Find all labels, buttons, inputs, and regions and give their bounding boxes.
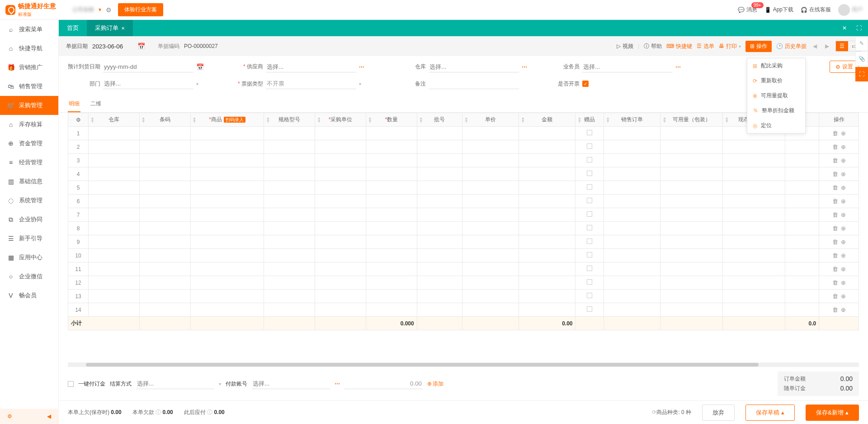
- cell[interactable]: [462, 167, 519, 181]
- table-row[interactable]: 9🗑⊕: [68, 235, 859, 249]
- cell[interactable]: [462, 140, 519, 154]
- cell[interactable]: [417, 290, 462, 303]
- add-row-icon[interactable]: ⊕: [840, 198, 847, 205]
- add-row-icon[interactable]: ⊕: [840, 184, 847, 191]
- table-row[interactable]: 6🗑⊕: [68, 195, 859, 208]
- delete-icon[interactable]: 🗑: [831, 238, 840, 245]
- invoice-type-input[interactable]: [266, 78, 356, 89]
- cell[interactable]: [190, 167, 264, 181]
- cell[interactable]: [417, 195, 462, 208]
- cell[interactable]: [366, 181, 417, 195]
- checkbox[interactable]: [587, 171, 592, 176]
- op-menu-item[interactable]: ％整单折扣金额: [747, 103, 805, 118]
- company-selector[interactable]: 公司名称: [69, 4, 98, 15]
- table-row[interactable]: 8🗑⊕: [68, 222, 859, 235]
- op-menu-item[interactable]: ◎定位: [747, 118, 805, 133]
- shortcut-link[interactable]: ⌨快捷键: [666, 43, 692, 50]
- rail-expand-icon[interactable]: ⛶: [855, 67, 868, 81]
- gift-cell[interactable]: [576, 208, 604, 222]
- sidebar-item[interactable]: ≡经营管理: [0, 153, 58, 172]
- cell[interactable]: [89, 195, 140, 208]
- calendar-icon[interactable]: 📅: [196, 63, 204, 71]
- cell[interactable]: [660, 181, 723, 195]
- oneclick-checkbox[interactable]: [68, 381, 74, 387]
- cell[interactable]: [264, 290, 315, 303]
- cell[interactable]: [723, 154, 785, 167]
- cell[interactable]: [89, 208, 140, 222]
- cell[interactable]: [315, 262, 366, 276]
- refresh-icon[interactable]: ⟳: [652, 409, 656, 415]
- cell[interactable]: [366, 140, 417, 154]
- cell[interactable]: [519, 208, 576, 222]
- cell[interactable]: [366, 195, 417, 208]
- cell[interactable]: [139, 127, 190, 140]
- cell[interactable]: [417, 276, 462, 290]
- gift-cell[interactable]: [576, 154, 604, 167]
- cell[interactable]: [264, 303, 315, 317]
- cell[interactable]: [785, 290, 819, 303]
- rail-note-icon[interactable]: ✎: [855, 36, 868, 51]
- op-menu-item[interactable]: ⟳重新取价: [747, 73, 805, 88]
- cell[interactable]: [315, 208, 366, 222]
- cell[interactable]: [785, 235, 819, 249]
- doc-date-input[interactable]: [92, 43, 133, 50]
- cell[interactable]: [660, 276, 723, 290]
- pay-amount-input[interactable]: [344, 378, 423, 389]
- gift-cell[interactable]: [576, 167, 604, 181]
- table-row[interactable]: 5🗑⊕: [68, 181, 859, 195]
- sidebar-item[interactable]: V畅会员: [0, 286, 58, 305]
- cell[interactable]: [89, 127, 140, 140]
- cell[interactable]: [89, 154, 140, 167]
- add-row-icon[interactable]: ⊕: [840, 171, 847, 177]
- cell[interactable]: [139, 140, 190, 154]
- cell[interactable]: [264, 262, 315, 276]
- more-icon[interactable]: ⋯: [522, 64, 527, 70]
- cell[interactable]: [190, 262, 264, 276]
- cell[interactable]: [462, 290, 519, 303]
- cell[interactable]: [723, 167, 785, 181]
- messages-link[interactable]: 💬 消息 99+: [738, 6, 757, 14]
- expect-date-input[interactable]: [103, 62, 193, 72]
- cell[interactable]: [315, 195, 366, 208]
- add-row-icon[interactable]: ⊕: [840, 266, 847, 272]
- collapse-icon[interactable]: ◀: [47, 413, 51, 419]
- more-icon[interactable]: ⋯: [359, 64, 364, 70]
- cell[interactable]: [190, 235, 264, 249]
- col-amount[interactable]: ▲▼金额: [519, 113, 576, 127]
- gift-cell[interactable]: [576, 181, 604, 195]
- checkbox[interactable]: [587, 252, 592, 257]
- cell[interactable]: [417, 154, 462, 167]
- cell[interactable]: [462, 249, 519, 262]
- cell[interactable]: [417, 140, 462, 154]
- cell[interactable]: [139, 290, 190, 303]
- gift-cell[interactable]: [576, 127, 604, 140]
- op-menu-item[interactable]: ⊕可用量提取: [747, 88, 805, 103]
- cell[interactable]: [139, 276, 190, 290]
- table-row[interactable]: 1🗑⊕: [68, 127, 859, 140]
- gift-cell[interactable]: [576, 235, 604, 249]
- cell[interactable]: [462, 154, 519, 167]
- cell[interactable]: [417, 167, 462, 181]
- cell[interactable]: [417, 181, 462, 195]
- cell[interactable]: [462, 222, 519, 235]
- more-icon[interactable]: ⋯: [675, 64, 681, 70]
- checkbox[interactable]: [587, 130, 592, 135]
- tab-two[interactable]: 二维: [90, 96, 102, 112]
- cell[interactable]: [89, 262, 140, 276]
- tab-home[interactable]: 首页: [59, 20, 87, 36]
- cell[interactable]: [417, 127, 462, 140]
- online-service-link[interactable]: 🎧 在线客服: [801, 6, 831, 14]
- cell[interactable]: [139, 235, 190, 249]
- trial-button[interactable]: 体验行业方案: [118, 3, 163, 16]
- cell[interactable]: [190, 195, 264, 208]
- cell[interactable]: [519, 249, 576, 262]
- cell[interactable]: [315, 140, 366, 154]
- cell[interactable]: [519, 195, 576, 208]
- sidebar-item[interactable]: ⌕搜索菜单: [0, 20, 58, 39]
- delete-icon[interactable]: 🗑: [831, 157, 840, 164]
- checkbox[interactable]: [587, 293, 592, 298]
- cell[interactable]: [366, 249, 417, 262]
- cell[interactable]: [660, 290, 723, 303]
- cell[interactable]: [604, 276, 660, 290]
- cell[interactable]: [785, 222, 819, 235]
